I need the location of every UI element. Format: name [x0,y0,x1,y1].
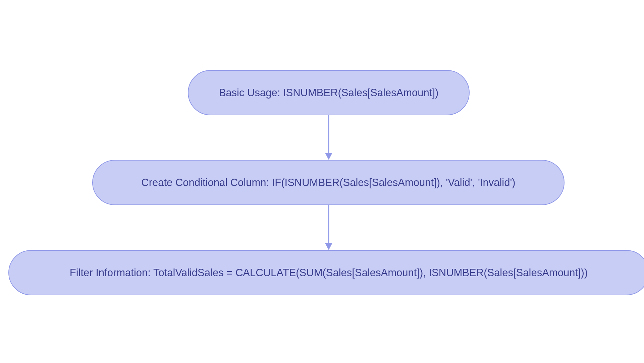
svg-marker-3 [325,243,332,250]
node-label: Basic Usage: ISNUMBER(Sales[SalesAmount]… [219,87,439,99]
diagram-canvas: Basic Usage: ISNUMBER(Sales[SalesAmount]… [0,0,644,363]
arrow-1-to-2 [320,115,337,161]
flowchart-node-2: Create Conditional Column: IF(ISNUMBER(S… [92,160,565,205]
svg-marker-1 [325,153,332,160]
arrow-2-to-3 [320,205,337,251]
flowchart-node-1: Basic Usage: ISNUMBER(Sales[SalesAmount]… [188,70,470,115]
node-label: Create Conditional Column: IF(ISNUMBER(S… [141,177,515,189]
node-label: Filter Information: TotalValidSales = CA… [70,267,588,279]
flowchart-node-3: Filter Information: TotalValidSales = CA… [8,250,644,295]
